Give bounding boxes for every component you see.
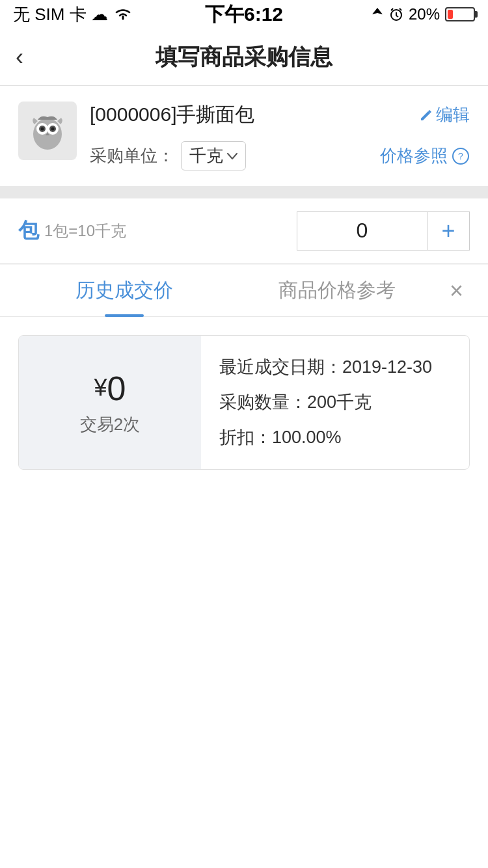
quantity-value-text: 200千克 (307, 392, 372, 412)
page-title: 填写商品采购信息 (156, 42, 332, 72)
product-name-row: [0000006]手撕面包 编辑 (90, 102, 470, 128)
purchase-qty-row: 采购数量：200千克 (219, 390, 451, 415)
history-detail-right: 最近成交日期：2019-12-30 采购数量：200千克 折扣：100.00% (201, 336, 469, 469)
tab2-label: 商品价格参考 (278, 277, 396, 304)
quantity-label-text: 采购数量： (219, 392, 307, 412)
unit-label: 采购单位： (90, 144, 174, 167)
svg-line-4 (400, 8, 401, 10)
svg-point-10 (41, 128, 44, 131)
battery-icon (445, 7, 475, 21)
tabs-close-button[interactable]: × (443, 271, 470, 311)
nav-bar: ‹ 填写商品采购信息 (0, 29, 488, 86)
status-time: 下午6:12 (205, 1, 283, 28)
quantity-plus-button[interactable]: + (427, 211, 470, 251)
quantity-label: 包 1包=10千克 (18, 217, 126, 245)
alarm-icon (389, 7, 403, 21)
edit-button[interactable]: 编辑 (419, 103, 470, 126)
unit-value: 千克 (189, 144, 223, 167)
section-divider (0, 187, 488, 198)
currency-symbol: ¥ (94, 374, 107, 401)
product-title: 手撕面包 (176, 103, 254, 125)
recent-date-label: 最近成交日期： (219, 357, 342, 377)
svg-point-11 (51, 128, 55, 131)
price-ref-label: 价格参照 (380, 144, 448, 167)
svg-text:?: ? (458, 151, 463, 161)
unit-icon: 包 (18, 217, 39, 245)
owl-icon (25, 108, 70, 154)
discount-row: 折扣：100.00% (219, 426, 451, 450)
wifi-icon (113, 7, 133, 21)
status-bar: 无 SIM 卡 ☁ 下午6:12 20% (0, 0, 488, 29)
location-icon (371, 7, 384, 22)
page-rest (0, 488, 488, 868)
battery-percent: 20% (409, 5, 440, 23)
info-icon: ? (452, 147, 470, 165)
tab-price-reference[interactable]: 商品价格参考 (230, 265, 442, 317)
chevron-down-icon (227, 153, 237, 159)
quantity-control: 0 + (297, 211, 470, 251)
history-trades-count: 交易2次 (80, 413, 140, 436)
status-right: 20% (371, 5, 475, 23)
history-price-left: ¥0 交易2次 (19, 336, 201, 469)
product-unit-row: 采购单位： 千克 价格参照 ? (90, 141, 470, 170)
tab1-label: 历史成交价 (75, 277, 173, 304)
price-amount: 0 (107, 370, 126, 407)
price-ref-button[interactable]: 价格参照 ? (380, 144, 470, 167)
product-name: [0000006]手撕面包 (90, 102, 254, 128)
product-info: [0000006]手撕面包 编辑 采购单位： 千克 (90, 102, 470, 170)
tabs-panel: 历史成交价 商品价格参考 × ¥0 交易2次 最近成交日期：2019-12-30… (0, 265, 488, 488)
quantity-input[interactable]: 0 (297, 211, 427, 251)
discount-value: 100.00% (272, 427, 342, 447)
status-left: 无 SIM 卡 ☁ (13, 3, 133, 26)
edit-icon (419, 108, 433, 122)
product-logo (18, 102, 77, 160)
product-id: [0000006] (90, 103, 176, 125)
sim-text: 无 SIM 卡 ☁ (13, 3, 108, 26)
recent-date-value: 2019-12-30 (342, 357, 432, 377)
svg-line-3 (391, 8, 393, 10)
tabs-header: 历史成交价 商品价格参考 × (0, 265, 488, 317)
history-card: ¥0 交易2次 最近成交日期：2019-12-30 采购数量：200千克 折扣：… (18, 335, 470, 470)
unit-convert: 1包=10千克 (44, 221, 126, 241)
history-price-value: ¥0 (94, 369, 126, 408)
recent-date-row: 最近成交日期：2019-12-30 (219, 355, 451, 380)
tab-history-price[interactable]: 历史成交价 (18, 265, 230, 317)
back-button[interactable]: ‹ (16, 44, 23, 71)
discount-label: 折扣： (219, 427, 272, 447)
product-card: [0000006]手撕面包 编辑 采购单位： 千克 (0, 86, 488, 187)
tab-content-history: ¥0 交易2次 最近成交日期：2019-12-30 采购数量：200千克 折扣：… (0, 317, 488, 488)
svg-line-2 (396, 16, 398, 17)
quantity-row: 包 1包=10千克 0 + (0, 198, 488, 264)
unit-left: 采购单位： 千克 (90, 141, 246, 170)
unit-dropdown[interactable]: 千克 (181, 141, 246, 170)
edit-label: 编辑 (436, 103, 470, 126)
